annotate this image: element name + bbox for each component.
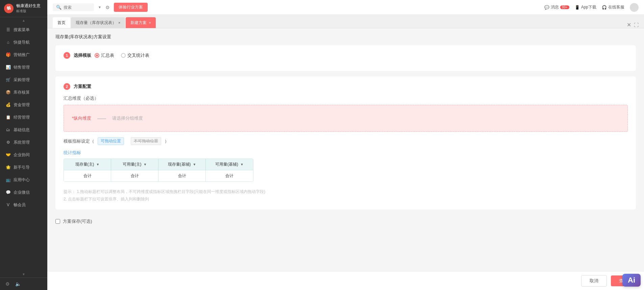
col0-chevron-icon[interactable]: ▼ (96, 163, 100, 166)
save-checkbox[interactable] (55, 219, 60, 224)
finance-icon: 💰 (5, 102, 11, 107)
col2-chevron-icon[interactable]: ▼ (193, 163, 196, 166)
dimension-area: *纵向维度 —— 请选择分组维度 (64, 105, 628, 132)
sidebar-item-purchase[interactable]: 🛒 采购管理 (0, 74, 47, 86)
sidebar-item-newbie[interactable]: 🌟 新手引导 (0, 161, 47, 174)
search-input[interactable] (64, 5, 91, 10)
sidebar-item-basic-info[interactable]: 🗂 基础信息 (0, 124, 47, 136)
tab-inventory[interactable]: 现存量（库存状况表） × (71, 17, 125, 28)
sidebar-scroll-down[interactable]: ▼ (0, 271, 47, 277)
sidebar-item-vip[interactable]: V 畅会员 (0, 199, 47, 211)
brand-sub: 标准版 (16, 9, 41, 14)
app-download-icon: 📱 (575, 5, 580, 10)
message-badge: 99+ (560, 5, 569, 9)
col-header-1[interactable]: 可用量(主) ▼ (111, 159, 158, 170)
main-content: 现存量(库存状况表)方案设置 1 选择模板 汇总表 交叉统计表 (47, 28, 644, 271)
radio-cross[interactable]: 交叉统计表 (121, 52, 149, 58)
step2-badge: 2 (64, 83, 70, 90)
indicator-setting-label: 模板指标设定（ (64, 138, 94, 144)
brand-name: 畅康通好生意 (16, 3, 41, 9)
dimension-dash: —— (97, 116, 106, 121)
sidebar-item-system[interactable]: ⚙ 系统管理 (0, 136, 47, 149)
brand-icon: 畅 (4, 4, 14, 13)
tab-expand-icon[interactable]: ⛶ (634, 22, 639, 28)
sidebar-item-search-menu[interactable]: ☰ 搜索菜单 (0, 24, 47, 36)
stats-table-row: 合计 合计 合计 合计 (64, 170, 253, 182)
operations-icon: 📋 (5, 115, 11, 120)
col-header-3[interactable]: 可用量(基辅) ▼ (206, 159, 253, 170)
topbar-right: 💬 消息 99+ 📱 App下载 🎧 在线客服 (544, 3, 639, 12)
config-section: 汇总维度（必选） *纵向维度 —— 请选择分组维度 模板指标设定（ 可拖动位置 … (64, 95, 628, 203)
save-row: 方案保存(可选) (55, 215, 636, 228)
vip-icon: V (5, 202, 11, 208)
stats-table-header: 现存量(主) ▼ 可用量(主) ▼ 现存量(基辅) ▼ (64, 159, 253, 170)
sidebar-item-enterprise[interactable]: 🤝 企业协同 (0, 149, 47, 161)
step2-label: 方案配置 (74, 83, 91, 90)
fixed-badge: 不可拖动位置 (131, 137, 161, 145)
online-service-button[interactable]: 🎧 在线客服 (602, 4, 624, 10)
tab-new-scheme[interactable]: 新建方案 × (126, 17, 155, 28)
purchase-icon: 🛒 (5, 77, 11, 82)
sales-icon: 📊 (5, 65, 11, 70)
stats-section-title: 统计指标 (64, 150, 628, 156)
template-radio-group: 汇总表 交叉统计表 (95, 52, 149, 58)
movable-badge: 可拖动位置 (98, 137, 124, 145)
sidebar-brand: 畅 畅康通好生意 标准版 (0, 0, 47, 17)
cancel-button[interactable]: 取消 (581, 275, 607, 287)
col1-chevron-icon[interactable]: ▼ (144, 163, 147, 166)
tab-home[interactable]: 首页 (53, 17, 70, 28)
message-icon: 💬 (544, 5, 549, 10)
sidebar-item-quick-nav[interactable]: ⌂ 快捷导航 (0, 36, 47, 49)
sidebar-item-wechat[interactable]: 💬 企业微信 (0, 186, 47, 199)
col-header-2[interactable]: 现存量(基辅) ▼ (158, 159, 206, 170)
step1-header: 1 选择模板 汇总表 交叉统计表 (64, 52, 628, 59)
settings-icon[interactable]: ⚙ (5, 281, 10, 287)
step2-header: 2 方案配置 (64, 83, 628, 90)
speaker-icon[interactable]: 🔈 (15, 281, 21, 287)
tip-1: 提示： 1.拖动标题栏可以调整布局，不可跨维度或指标区域拖拽栏目字段(只能在同一… (64, 188, 628, 196)
sidebar: 畅 畅康通好生意 标准版 ▲ ☰ 搜索菜单 ⌂ 快捷导航 🎁 营销推广 📊 销售… (0, 0, 47, 290)
message-button[interactable]: 💬 消息 99+ (544, 4, 569, 10)
radio-cross-dot (121, 53, 126, 58)
topbar-gear-icon[interactable]: ⚙ (105, 5, 110, 10)
sidebar-item-inventory[interactable]: 📦 库存核算 (0, 86, 47, 99)
indicator-setting-close: ） (165, 138, 169, 144)
ai-badge[interactable]: Ai (622, 274, 641, 287)
radio-summary[interactable]: 汇总表 (95, 52, 114, 58)
app-download-button[interactable]: 📱 App下载 (575, 4, 596, 10)
sidebar-item-marketing[interactable]: 🎁 营销推广 (0, 49, 47, 61)
cell-0: 合计 (64, 170, 111, 182)
user-avatar[interactable] (630, 3, 639, 12)
sidebar-scroll-up[interactable]: ▲ (0, 17, 47, 24)
trial-button[interactable]: 体验行业方案 (114, 3, 148, 12)
search-box[interactable]: 🔍 (53, 3, 94, 11)
step1-section: 1 选择模板 汇总表 交叉统计表 (55, 45, 636, 71)
sidebar-nav: ☰ 搜索菜单 ⌂ 快捷导航 🎁 营销推广 📊 销售管理 🛒 采购管理 📦 库存核… (0, 24, 47, 271)
radio-summary-dot (95, 53, 99, 58)
tab-inventory-close-icon[interactable]: × (118, 17, 120, 28)
basic-info-icon: 🗂 (5, 127, 11, 132)
topbar: 🔍 ▼ ⚙ 体验行业方案 💬 消息 99+ 📱 App下载 🎧 在线客服 (47, 0, 644, 15)
vertical-dim-label: *纵向维度 (72, 115, 91, 121)
col-header-0[interactable]: 现存量(主) ▼ (64, 159, 111, 170)
tab-new-scheme-close-icon[interactable]: × (149, 17, 151, 28)
main-area: 🔍 ▼ ⚙ 体验行业方案 💬 消息 99+ 📱 App下载 🎧 在线客服 (47, 0, 644, 290)
quick-nav-icon: ⌂ (5, 40, 11, 45)
cell-3: 合计 (206, 170, 253, 182)
dimension-placeholder: 请选择分组维度 (112, 115, 143, 121)
search-chevron-icon[interactable]: ▼ (98, 5, 101, 9)
col3-chevron-icon[interactable]: ▼ (240, 163, 244, 166)
search-icon: 🔍 (56, 5, 61, 10)
inventory-icon: 📦 (5, 90, 11, 95)
sidebar-item-operations[interactable]: 📋 经营管理 (0, 111, 47, 124)
tip-2: 2. 点击标题栏下拉可设置排序、插入列和删除列 (64, 196, 628, 203)
cell-2: 合计 (158, 170, 206, 182)
tab-close-all-icon[interactable]: ✕ (627, 22, 631, 28)
sidebar-item-app-center[interactable]: 📺 应用中心 (0, 174, 47, 186)
step1-label: 选择模板 (74, 52, 91, 58)
summary-dimension-label: 汇总维度（必选） (64, 95, 628, 101)
stats-table: 现存量(主) ▼ 可用量(主) ▼ 现存量(基辅) ▼ (64, 159, 253, 182)
enterprise-icon: 🤝 (5, 152, 11, 158)
sidebar-item-sales[interactable]: 📊 销售管理 (0, 61, 47, 74)
sidebar-item-finance[interactable]: 💰 资金管理 (0, 99, 47, 111)
